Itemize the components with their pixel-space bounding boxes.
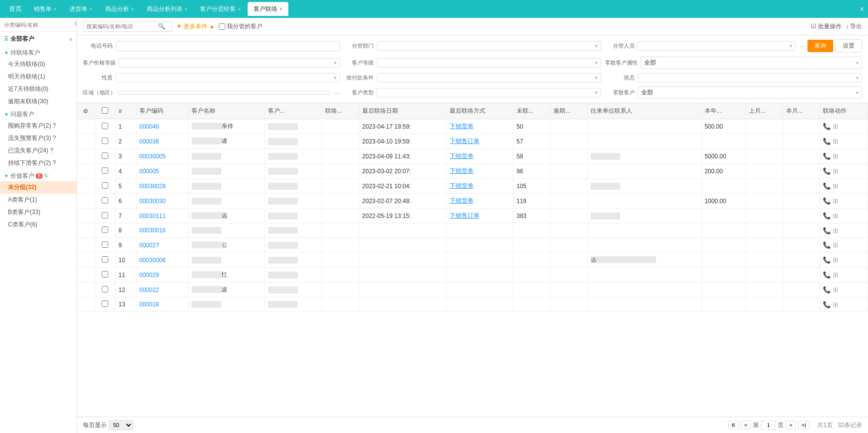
phone-icon[interactable]: 📞 (823, 256, 831, 264)
phone-icon[interactable]: 📞 (823, 123, 831, 130)
last-method-link[interactable]: 下销货单 (450, 197, 473, 204)
close-tab-product_analysis_list-icon[interactable]: × (185, 6, 188, 12)
row-checkbox[interactable] (102, 167, 108, 174)
filter-customer-type-select[interactable]: ▾ (377, 88, 601, 97)
grid-action-icon[interactable]: ⊞ (833, 167, 838, 175)
grid-action-icon[interactable]: ⊞ (833, 271, 838, 279)
row-checkbox[interactable] (102, 138, 108, 144)
filter-region-select[interactable] (118, 91, 330, 95)
td-code[interactable]: 00030028 (136, 179, 188, 194)
col-no-contact[interactable]: 未联... (513, 103, 550, 119)
col-this-month[interactable]: 本月... (783, 103, 820, 119)
col-customer-name[interactable]: 客户名称 (188, 103, 265, 119)
last-method-link[interactable]: 下销货单 (450, 167, 473, 174)
phone-icon[interactable]: 📞 (823, 152, 831, 160)
filter-scatter-select[interactable]: 全部 ▾ (638, 86, 862, 99)
batch-operation-button[interactable]: ☑ 批量操作 (811, 22, 842, 31)
grid-action-icon[interactable]: ⊞ (833, 227, 838, 234)
select-all-checkbox[interactable] (102, 107, 108, 114)
nav-tab-customer_segment[interactable]: 客户分层经客× (194, 2, 247, 16)
reset-button[interactable]: 设置 (835, 39, 862, 53)
nav-home[interactable]: 首页 (4, 4, 27, 13)
sidebar-item-tomorrow[interactable]: 明天待联络(1) (0, 71, 76, 83)
grid-action-icon[interactable]: ⊞ (833, 301, 838, 308)
sidebar-item-a_type[interactable]: A类客户(1) (0, 194, 76, 206)
td-code[interactable]: 00030005 (136, 149, 188, 164)
phone-icon[interactable]: 📞 (823, 212, 831, 219)
td-code[interactable]: 00030006 (136, 253, 188, 268)
filter-search-icon[interactable]: 🔍 (158, 23, 165, 30)
nav-tab-customer_contact[interactable]: 客户联络× (248, 2, 288, 16)
nav-tab-product_analysis[interactable]: 商品分析× (99, 2, 140, 16)
grid-action-icon[interactable]: ⊞ (833, 286, 838, 293)
close-all-button[interactable]: × (860, 5, 864, 13)
my-customers-checkbox[interactable] (219, 23, 225, 30)
col-last-month[interactable]: 上月... (746, 103, 783, 119)
grid-action-icon[interactable]: ⊞ (833, 241, 838, 249)
td-code[interactable]: 000029 (136, 268, 188, 283)
grid-action-icon[interactable]: ⊞ (833, 138, 838, 145)
grid-action-icon[interactable]: ⊞ (833, 256, 838, 264)
col-company-contact[interactable]: 往来单位联系人 (587, 103, 701, 119)
td-code[interactable]: 00030030 (136, 194, 188, 209)
col-overdue[interactable]: 逾期... (550, 103, 588, 119)
sidebar-item-abnormal[interactable]: 囤购异常客户(2) ? (0, 120, 76, 132)
sidebar-item-churn_risk[interactable]: 流失预警客户(3) ? (0, 132, 76, 144)
grid-action-icon[interactable]: ⊞ (833, 123, 838, 130)
phone-icon[interactable]: 📞 (823, 301, 831, 308)
sidebar-item-7days[interactable]: 近7天待联络(0) (0, 83, 76, 95)
phone-icon[interactable]: 📞 (823, 182, 831, 190)
all-customers-header[interactable]: ⠿ 全部客户 « (0, 32, 76, 46)
query-button[interactable]: 查询 (807, 40, 833, 52)
col-last-method[interactable]: 最后联络方式 (446, 103, 513, 119)
sidebar-group-label-pending_contact[interactable]: ▼待联络客户 (0, 46, 76, 58)
row-checkbox[interactable] (102, 212, 108, 218)
filter-region-dots[interactable]: ··· (334, 89, 340, 97)
filter-customer-grade-select[interactable]: ▾ (377, 58, 601, 68)
close-tab-customer_segment-icon[interactable]: × (238, 6, 241, 12)
col-this-year[interactable]: 本年... (701, 103, 745, 119)
row-checkbox[interactable] (102, 241, 108, 248)
table-settings-icon[interactable]: ⚙ (77, 103, 95, 119)
close-tab-sales-icon[interactable]: × (54, 6, 57, 12)
last-method-link[interactable]: 下销售订单 (450, 212, 479, 219)
next-page-button[interactable]: > (786, 421, 796, 430)
phone-icon[interactable]: 📞 (823, 197, 831, 205)
td-code[interactable]: 000022 (136, 283, 188, 297)
first-page-button[interactable]: K (728, 421, 738, 430)
phone-icon[interactable]: 📞 (823, 271, 831, 279)
col-customer-code[interactable]: 客户编码 (136, 103, 188, 119)
td-code[interactable]: 00030016 (136, 223, 188, 238)
nav-tab-sales[interactable]: 销售单× (28, 2, 63, 16)
close-tab-purchase-icon[interactable]: × (89, 6, 92, 12)
filter-price-grade-select[interactable]: ▾ (119, 58, 340, 68)
last-method-link[interactable]: 下销货单 (450, 123, 473, 130)
grid-action-icon[interactable]: ⊞ (833, 197, 838, 205)
last-method-link[interactable]: 下销货单 (450, 182, 473, 189)
col-contact-action[interactable]: 联络动作 (820, 103, 868, 119)
last-method-link[interactable]: 下销售订单 (450, 138, 479, 144)
td-code[interactable]: 000038 (136, 134, 188, 149)
more-conditions-button[interactable]: ▼ 更多条件 ▲ (176, 22, 215, 31)
row-checkbox[interactable] (102, 152, 108, 159)
row-checkbox[interactable] (102, 123, 108, 129)
sidebar-item-overdue[interactable]: 逾期未联络(30) (0, 95, 76, 108)
nav-tab-purchase[interactable]: 进货单× (64, 2, 98, 16)
col-contact[interactable]: 联络... (322, 103, 359, 119)
phone-icon[interactable]: 📞 (823, 227, 831, 234)
filter-scatter-attr-select[interactable]: 全部 ▾ (641, 57, 862, 69)
filter-payment-select[interactable]: ▾ (377, 73, 601, 82)
td-code[interactable]: 00030111 (136, 209, 188, 223)
per-page-dropdown[interactable]: 50 100 200 (109, 420, 133, 430)
filter-dept-select[interactable]: ▾ (377, 41, 601, 51)
td-code[interactable]: 000040 (136, 119, 188, 134)
phone-icon[interactable]: 📞 (823, 241, 831, 249)
last-page-button[interactable]: >| (798, 421, 809, 430)
close-tab-product_analysis-icon[interactable]: × (131, 6, 134, 12)
row-checkbox[interactable] (102, 286, 108, 292)
filter-manager-dots[interactable]: ··· (800, 42, 805, 50)
row-checkbox[interactable] (102, 197, 108, 204)
filter-status-select[interactable]: ▾ (638, 73, 862, 82)
refresh-value_customers-icon[interactable]: ↻ (44, 173, 49, 179)
sidebar-item-b_type[interactable]: B类客户(33) (0, 206, 76, 218)
